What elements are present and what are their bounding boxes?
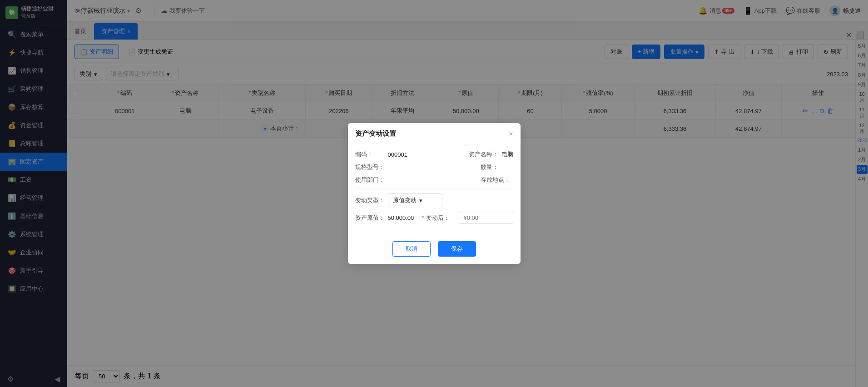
cancel-button[interactable]: 取消 bbox=[392, 241, 431, 257]
modal-row-5: 资产原值： 50,000.00 * 变动后： bbox=[355, 212, 513, 224]
modal-after-change-label: 变动后： bbox=[426, 214, 459, 222]
modal-original-value-value: 50,000.00 bbox=[388, 214, 422, 221]
modal-spec-label: 规格型号： bbox=[355, 163, 388, 171]
modal-code-value: 000001 bbox=[388, 151, 469, 158]
save-button[interactable]: 保存 bbox=[438, 241, 476, 257]
modal-row-3: 使用部门： 存放地点： bbox=[355, 176, 513, 184]
modal-asset-name-value: 电脑 bbox=[501, 150, 513, 159]
modal-dept-label: 使用部门： bbox=[355, 176, 388, 184]
modal-divider bbox=[355, 189, 513, 189]
modal-change-type-value: 原值变动 bbox=[393, 196, 417, 204]
modal-change-type-arrow: ▾ bbox=[419, 197, 422, 204]
modal-overlay: 资产变动设置 × 编码： 000001 资产名称： 电脑 规格型号： 数量： 使… bbox=[0, 0, 868, 387]
required-star-icon: * bbox=[422, 214, 424, 221]
asset-change-modal: 资产变动设置 × 编码： 000001 资产名称： 电脑 规格型号： 数量： 使… bbox=[348, 123, 521, 264]
modal-quantity-label: 数量： bbox=[481, 163, 513, 171]
modal-header: 资产变动设置 × bbox=[348, 123, 521, 143]
modal-body: 编码： 000001 资产名称： 电脑 规格型号： 数量： 使用部门： 存放地点… bbox=[348, 143, 521, 236]
modal-location-label: 存放地点： bbox=[481, 176, 513, 184]
modal-change-type-label: 变动类型： bbox=[355, 196, 388, 204]
modal-code-label: 编码： bbox=[355, 150, 388, 159]
modal-row-1: 编码： 000001 资产名称： 电脑 bbox=[355, 150, 513, 159]
modal-row-4: 变动类型： 原值变动 ▾ bbox=[355, 194, 513, 207]
modal-asset-name-label: 资产名称： bbox=[469, 150, 501, 159]
modal-original-value-label: 资产原值： bbox=[355, 214, 388, 222]
modal-footer: 取消 保存 bbox=[348, 236, 521, 264]
modal-row-2: 规格型号： 数量： bbox=[355, 163, 513, 171]
modal-change-type-select[interactable]: 原值变动 ▾ bbox=[388, 194, 442, 207]
modal-title: 资产变动设置 bbox=[355, 129, 396, 138]
modal-after-change-input[interactable] bbox=[459, 212, 513, 224]
modal-close-icon[interactable]: × bbox=[509, 130, 513, 138]
